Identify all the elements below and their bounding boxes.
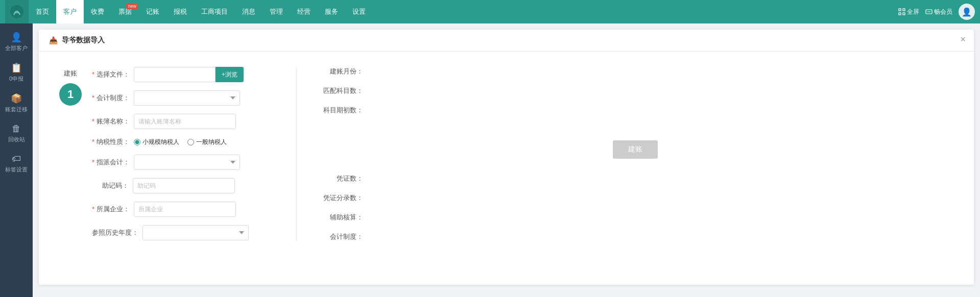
top-nav: 首页 客户 收费 票据 new 记账 报税 工商项目 消息 管理 经营 服务 设… [0,0,980,23]
sidebar-item-label: 回收站 [8,136,25,143]
assign-accountant-label: 指派会计： [92,158,130,167]
recycle-icon: 🗑 [12,123,21,134]
dialog-header: 📥 导爷数据导入 [39,30,974,52]
dialog-title: 导爷数据导入 [62,36,105,45]
sidebar-item-account-migration[interactable]: 📦 账套迁移 [0,89,33,117]
memo-code-row: 助记码： [92,178,276,193]
nav-item-message[interactable]: 消息 [235,0,262,23]
right-label-3: 凭证数： [317,174,363,183]
membership-btn[interactable]: 畅会员 [925,8,952,16]
new-badge: new [126,3,138,9]
tax-option1-radio[interactable] [134,139,140,145]
ledger-name-label: 账簿名称： [92,117,130,126]
right-field-5: 辅助核算： [317,213,953,222]
sidebar-item-declaration[interactable]: 📋 0申报 [0,58,33,87]
form-area: 建账 1 选择文件： +浏览 [39,52,974,252]
tax-option1-label[interactable]: 小规模纳税人 [134,138,179,146]
nav-item-business[interactable]: 工商项目 [194,0,235,23]
form-right: 建账月份： 匹配科目数： 科目期初数： 建账 [296,67,953,241]
tax-type-radio-group: 小规模纳税人 一般纳税人 [134,138,227,146]
sidebar-item-all-customers[interactable]: 👤 全部客户 [0,28,33,56]
close-button[interactable]: × [960,35,966,44]
file-label: 选择文件： [92,70,130,79]
sidebar-item-tag-settings[interactable]: 🏷 标签设置 [0,150,33,178]
reference-year-select[interactable] [142,225,249,240]
app-logo[interactable] [5,0,29,23]
browse-button[interactable]: +浏览 [216,67,244,82]
tag-settings-icon: 🏷 [12,154,21,164]
layout: 👤 全部客户 📋 0申报 📦 账套迁移 🗑 回收站 🏷 标签设置 📥 导爷数据导… [0,23,980,297]
nav-item-home[interactable]: 首页 [29,0,56,23]
right-field-1: 匹配科目数： [317,86,953,95]
right-label-5: 辅助核算： [317,213,363,222]
file-input-group: +浏览 [134,67,244,82]
form-grid: 选择文件： +浏览 会计制度： [92,67,276,240]
nav-item-bookkeeping[interactable]: 记账 [139,0,166,23]
affiliated-company-input[interactable] [134,202,236,217]
main-content: 📥 导爷数据导入 × 建账 1 选择文件： [33,23,980,297]
nav-item-invoice[interactable]: 票据 new [111,0,139,23]
tax-type-row: 纳税性质： 小规模纳税人 一般纳税人 [92,137,276,146]
right-label-1: 匹配科目数： [317,86,363,95]
form-left: 建账 1 选择文件： +浏览 [59,67,276,241]
svg-rect-1 [899,9,901,11]
user-avatar[interactable]: 👤 [959,4,975,20]
memo-code-input[interactable] [133,178,235,193]
sidebar-item-label: 0申报 [9,75,23,83]
assign-accountant-select[interactable] [134,155,240,170]
svg-rect-2 [903,9,905,11]
build-btn-container: 建账 [317,135,953,159]
accounting-system-select[interactable] [134,90,240,106]
build-account-button[interactable]: 建账 [613,140,658,159]
svg-rect-4 [903,13,905,15]
nav-items: 首页 客户 收费 票据 new 记账 报税 工商项目 消息 管理 经营 服务 设… [29,0,373,23]
right-field-2: 科目期初数： [317,106,953,115]
memo-code-label: 助记码： [92,181,129,190]
tax-type-label: 纳税性质： [92,137,130,146]
right-field-3: 凭证数： [317,174,953,183]
nav-item-tax[interactable]: 报税 [166,0,194,23]
right-field-6: 会计制度： [317,232,953,241]
all-customers-icon: 👤 [11,32,22,43]
accounting-system-label: 会计制度： [92,93,130,103]
reference-year-row: 参照历史年度： [92,225,276,240]
nav-item-service[interactable]: 服务 [318,0,345,23]
sidebar-item-label: 账套迁移 [5,106,28,113]
right-label-4: 凭证分录数： [317,193,363,203]
section-label: 建账 [64,69,77,78]
step-badge: 1 [59,83,82,106]
nav-item-manage[interactable]: 管理 [262,0,290,23]
nav-item-settings[interactable]: 设置 [345,0,373,23]
right-label-6: 会计制度： [317,232,363,241]
dialog-card: 📥 导爷数据导入 × 建账 1 选择文件： [39,30,974,285]
nav-item-billing[interactable]: 收费 [84,0,111,23]
fullscreen-btn[interactable]: 全屏 [898,8,919,16]
sidebar-item-recycle[interactable]: 🗑 回收站 [0,119,33,147]
right-fields: 建账月份： 匹配科目数： 科目期初数： 建账 [317,67,953,241]
nav-item-customer[interactable]: 客户 [56,0,84,23]
affiliated-company-label: 所属企业： [92,205,130,214]
file-input[interactable] [134,67,216,82]
top-nav-right: 全屏 畅会员 👤 [898,4,975,20]
ledger-name-input[interactable] [134,114,236,129]
declaration-icon: 📋 [11,62,22,73]
accounting-system-row: 会计制度： [92,90,276,106]
sidebar: 👤 全部客户 📋 0申报 📦 账套迁移 🗑 回收站 🏷 标签设置 [0,23,33,297]
affiliated-company-row: 所属企业： [92,202,276,217]
right-label-2: 科目期初数： [317,106,363,115]
account-migration-icon: 📦 [11,93,22,104]
right-field-0: 建账月份： [317,67,953,76]
svg-rect-3 [899,13,901,15]
import-icon: 📥 [49,36,58,44]
reference-year-label: 参照历史年度： [92,228,138,237]
tax-option2-radio[interactable] [187,139,194,145]
sidebar-item-label: 标签设置 [5,166,28,174]
right-label-0: 建账月份： [317,67,363,76]
file-row: 选择文件： +浏览 [92,67,276,82]
assign-accountant-row: 指派会计： [92,155,276,170]
right-field-4: 凭证分录数： [317,193,953,203]
ledger-name-row: 账簿名称： [92,114,276,129]
sidebar-item-label: 全部客户 [5,44,28,52]
tax-option2-label[interactable]: 一般纳税人 [187,138,227,146]
nav-item-operation[interactable]: 经营 [290,0,318,23]
